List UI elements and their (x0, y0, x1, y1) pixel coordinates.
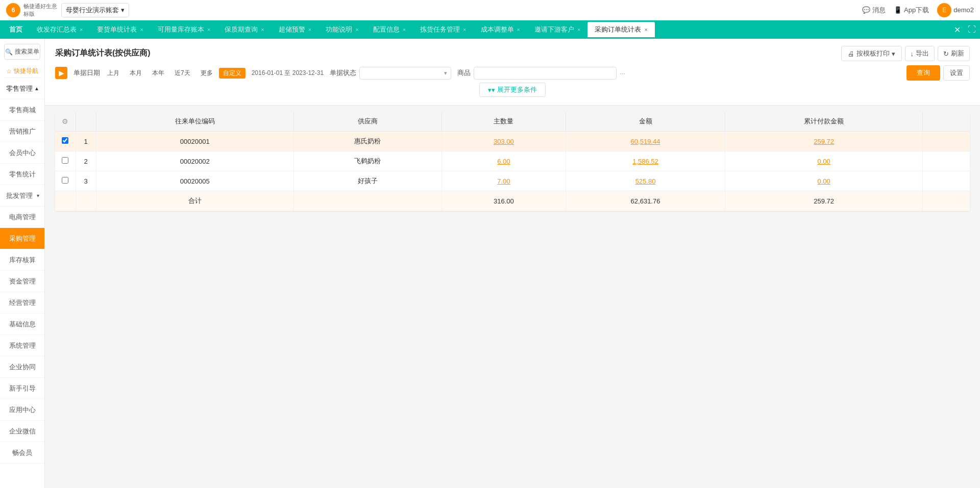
page-actions: 🖨 按模板打印 ▾ ↓ 导出 ↻ 刷新 (841, 45, 970, 61)
settings-icon[interactable]: ⚙ (62, 117, 68, 125)
cell-amount[interactable]: 60,519.44 (566, 132, 725, 151)
date-shortcut-this-month[interactable]: 本月 (126, 68, 146, 79)
search-menu-button[interactable]: 🔍 搜索菜单 (4, 44, 40, 60)
sidebar-item-ecommerce[interactable]: 电商管理 (0, 207, 44, 228)
close-icon[interactable]: × (577, 27, 580, 33)
cell-quantity[interactable]: 303.00 (442, 132, 566, 151)
sidebar-item-purchase[interactable]: 采购管理 (0, 228, 44, 249)
tab-yaohuo[interactable]: 要货单统计表 × (90, 22, 150, 37)
sidebar-item-finance[interactable]: 资金管理 (0, 271, 44, 292)
print-button[interactable]: 🖨 按模板打印 ▾ (841, 46, 902, 61)
cell-paid-amount[interactable]: 259.72 (725, 132, 922, 151)
table-row[interactable]: 3 00020005 好孩子 7.00 525.80 0.00 (55, 171, 970, 191)
th-index (76, 112, 96, 132)
sidebar-item-inventory[interactable]: 库存核算 (0, 249, 44, 271)
query-button[interactable]: 查询 (906, 65, 940, 81)
export-button[interactable]: ↓ 导出 (905, 46, 935, 61)
filter-expand-arrow[interactable]: ▶ (55, 67, 67, 79)
user-menu[interactable]: E demo2 (937, 3, 974, 17)
status-select[interactable] (359, 67, 451, 80)
table-footer-row: 合计 316.00 62,631.76 259.72 (55, 191, 970, 211)
filter-row-1: ▶ 单据日期 上月 本月 本年 近7天 更多 自定义 2016-0 (55, 65, 970, 81)
sidebar-item-member[interactable]: 畅会员 (0, 442, 44, 464)
filter-expand-row: ▾▾ 展开更多条件 (55, 81, 970, 101)
th-settings[interactable]: ⚙ (55, 112, 76, 132)
sidebar-item-operations[interactable]: 经营管理 (0, 292, 44, 314)
close-icon[interactable]: × (80, 27, 83, 33)
close-icon[interactable]: × (207, 27, 210, 33)
sidebar-item-retail-stats[interactable]: 零售统计 (0, 164, 44, 185)
sidebar-item-app-center[interactable]: 应用中心 (0, 399, 44, 421)
sidebar-item-new-guide[interactable]: 新手引导 (0, 378, 44, 399)
th-supplier[interactable]: 供应商 (293, 112, 442, 132)
date-shortcut-this-year[interactable]: 本年 (148, 68, 168, 79)
main-layout: 🔍 搜索菜单 ☆ 快捷导航 零售管理 ▲ 零售商城 营销推广 会员中心 零售统计… (0, 39, 980, 488)
tab-caigou[interactable]: 采购订单统计表 × (587, 22, 654, 37)
th-quantity[interactable]: 主数量 (442, 112, 566, 132)
date-shortcut-last-month[interactable]: 上月 (103, 68, 124, 79)
cell-amount[interactable]: 525.80 (566, 171, 725, 191)
footer-paid-amount: 259.72 (725, 191, 922, 211)
sidebar-item-basic-info[interactable]: 基础信息 (0, 314, 44, 335)
export-icon: ↓ (911, 50, 914, 58)
sidebar-item-system[interactable]: 系统管理 (0, 335, 44, 356)
date-shortcut-more[interactable]: 更多 (197, 68, 217, 79)
tab-yaoqing[interactable]: 邀请下游客户 × (527, 22, 587, 37)
sidebar-item-wholesale[interactable]: 批发管理 ▾ (0, 185, 44, 207)
close-icon[interactable]: × (261, 27, 264, 33)
table-row[interactable]: 1 00020001 惠氏奶粉 303.00 60,519.44 259.72 (55, 132, 970, 151)
tab-shoufacun[interactable]: 收发存汇总表 × (30, 22, 90, 37)
cell-supplier: 飞鹤奶粉 (293, 151, 442, 171)
close-icon[interactable]: × (403, 27, 406, 33)
tab-gongneng[interactable]: 功能说明 × (318, 22, 365, 37)
tab-chaochu[interactable]: 超储预警 × (272, 22, 318, 37)
close-icon[interactable]: × (517, 27, 520, 33)
goods-more-icon[interactable]: ··· (620, 69, 625, 77)
chevron-down-icon: ▾ (37, 193, 39, 198)
close-icon[interactable]: × (355, 27, 358, 33)
status-filter-group: 单据状态 (330, 67, 451, 80)
quick-nav-button[interactable]: ☆ 快捷导航 (4, 63, 40, 78)
tab-jianhuo[interactable]: 拣货任务管理 × (413, 22, 473, 37)
sidebar-item-marketing[interactable]: 营销推广 (0, 121, 44, 142)
workspace-selector[interactable]: 母婴行业演示账套 ▾ (61, 3, 129, 17)
tab-keyongliang[interactable]: 可用量库存账本 × (151, 22, 217, 37)
expand-more-button[interactable]: ▾▾ 展开更多条件 (479, 83, 546, 97)
th-amount[interactable]: 金额 (566, 112, 725, 132)
th-paid-amount[interactable]: 累计付款金额 (725, 112, 922, 132)
table-row[interactable]: 2 00020002 飞鹤奶粉 6.00 1,586.52 0.00 (55, 151, 970, 171)
close-icon[interactable]: × (463, 27, 466, 33)
sidebar-item-member-center[interactable]: 会员中心 (0, 142, 44, 164)
date-shortcut-7days[interactable]: 近7天 (170, 68, 194, 79)
cell-checkbox[interactable] (55, 151, 76, 171)
sidebar-item-retail-shop[interactable]: 零售商城 (0, 99, 44, 121)
cell-paid-amount[interactable]: 0.00 (725, 171, 922, 191)
goods-input[interactable] (474, 67, 617, 80)
tab-peizhi[interactable]: 配置信息 × (366, 22, 413, 37)
fullscreen-button[interactable]: ⛶ (966, 25, 978, 34)
sidebar-item-enterprise-collab[interactable]: 企业协同 (0, 356, 44, 378)
cell-paid-amount[interactable]: 0.00 (725, 151, 922, 171)
goods-filter-group: 商品 ··· (457, 67, 625, 80)
cell-checkbox[interactable] (55, 132, 76, 151)
sidebar-item-enterprise-wechat[interactable]: 企业微信 (0, 421, 44, 442)
refresh-button[interactable]: ↻ 刷新 (938, 46, 970, 61)
tab-baozhi[interactable]: 保质期查询 × (217, 22, 271, 37)
cell-amount[interactable]: 1,586.52 (566, 151, 725, 171)
sidebar-item-retail-management[interactable]: 零售管理 ▲ (0, 78, 44, 99)
app-download-button[interactable]: 📱 App下载 (894, 6, 929, 15)
close-icon[interactable]: × (140, 27, 143, 33)
close-icon[interactable]: × (308, 27, 311, 33)
cell-quantity[interactable]: 7.00 (442, 171, 566, 191)
close-icon[interactable]: × (644, 27, 647, 33)
tab-chengben[interactable]: 成本调整单 × (474, 22, 527, 37)
th-unit-code[interactable]: 往来单位编码 (96, 112, 293, 132)
tab-home[interactable]: 首页 (2, 22, 30, 37)
cell-checkbox[interactable] (55, 171, 76, 191)
expand-icon: ▾▾ (488, 86, 495, 94)
date-custom-tag[interactable]: 自定义 (219, 68, 246, 79)
cell-quantity[interactable]: 6.00 (442, 151, 566, 171)
settings-button[interactable]: 设置 (943, 65, 970, 81)
close-all-tabs-button[interactable]: ✕ (952, 25, 963, 35)
message-button[interactable]: 💬 消息 (862, 6, 886, 15)
